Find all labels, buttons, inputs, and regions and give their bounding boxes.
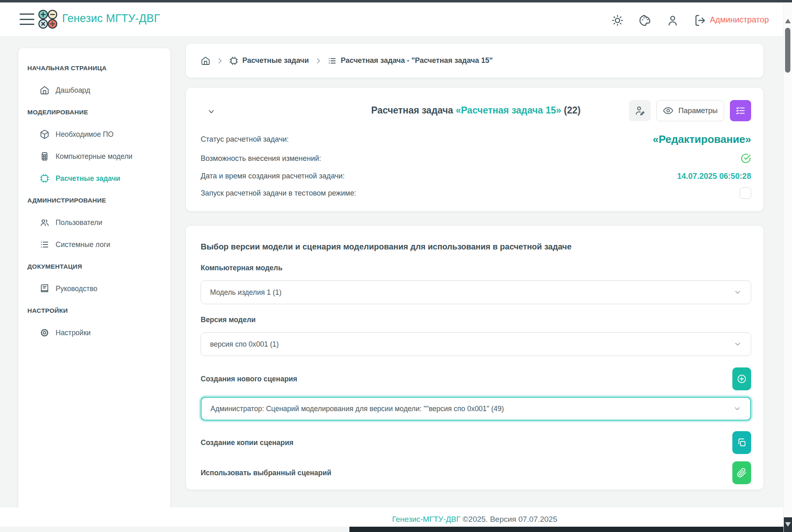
app-title: Генезис МГТУ-ДВГ (62, 12, 160, 25)
new-scenario-row: Создания нового сценария (201, 367, 751, 390)
paperclip-icon (737, 468, 747, 478)
user-edit-icon (635, 105, 645, 116)
sidebar: НАЧАЛЬНАЯ СТРАНИЦА Дашбоард МОДЕЛИРОВАНИ… (18, 48, 170, 516)
sidebar-item-system-logs[interactable]: Системные логи (18, 234, 170, 256)
footer-brand-link[interactable]: Генезис-МГТУ-ДВГ (392, 515, 460, 523)
test-mode-checkbox[interactable] (740, 187, 751, 199)
parameters-button-label: Параметры (678, 107, 718, 115)
test-mode-label: Запуск расчетной задачи в тестовом режим… (201, 189, 356, 198)
scroll-down-arrow[interactable] (784, 517, 792, 532)
section-title: Выбор версии модели и сценария моделиров… (201, 242, 751, 252)
chevron-right-icon (216, 57, 224, 65)
created-date-row: Дата и время создания расчетной задачи: … (201, 168, 751, 184)
scenario-value: Администратор: Сценарий моделирования дл… (210, 405, 504, 413)
sidebar-item-label: Расчетные задачи (56, 174, 120, 183)
check-circle-icon (741, 153, 751, 164)
sidebar-item-manual[interactable]: Руководство (18, 278, 170, 300)
hamburger-menu-icon[interactable] (20, 13, 34, 25)
checklist-button[interactable] (730, 100, 751, 121)
book-icon (40, 284, 49, 294)
sidebar-item-label: Компьютерные модели (56, 152, 132, 161)
chevron-down-icon (734, 340, 742, 348)
status-row: Статус расчетной задачи: «Редактирование… (201, 129, 751, 149)
test-mode-row: Запуск расчетной задачи в тестовом режим… (201, 184, 751, 202)
sidebar-item-label: Руководство (56, 285, 97, 293)
palette-icon[interactable] (638, 14, 651, 27)
footer-version-text: ©2025. Версия 07.07.2025 (463, 515, 557, 523)
task-title-name: «Расчетная задача 15» (456, 105, 561, 116)
logout-icon[interactable] (694, 14, 707, 27)
model-version-label: Версия модели (201, 316, 751, 324)
circle-plus-icon (736, 374, 747, 384)
theme-sun-icon[interactable] (611, 14, 624, 27)
scrollbar-thumb[interactable] (785, 28, 790, 73)
breadcrumb-label: Расчетная задача - "Расчетная задача 15" (341, 56, 493, 65)
model-version-select[interactable]: версия спо 0x001 (1) (201, 332, 751, 356)
sign-task-button[interactable] (629, 100, 651, 121)
add-scenario-button[interactable] (732, 367, 751, 390)
sidebar-item-users[interactable]: Пользователи (18, 211, 170, 234)
parameters-button[interactable]: Параметры (656, 100, 724, 121)
sidebar-item-label: Дашбоард (56, 86, 90, 95)
sidebar-item-required-software[interactable]: Необходимое ПО (18, 123, 170, 145)
users-icon (40, 218, 49, 227)
sidebar-section-home: НАЧАЛЬНАЯ СТРАНИЦА (18, 57, 170, 79)
cpu-icon (229, 56, 238, 65)
breadcrumb-label: Расчетные задачи (242, 56, 309, 65)
sidebar-section-administration: АДМИНИСТРИРОВАНИЕ (18, 189, 170, 211)
calculator-icon (40, 151, 49, 161)
chevron-down-icon (733, 405, 741, 413)
breadcrumb-home[interactable] (201, 56, 210, 66)
status-badge: «Редактирование» (653, 133, 751, 146)
sidebar-section-settings: НАСТРОЙКИ (18, 300, 170, 322)
scenario-selection-card: Выбор версии модели и сценария моделиров… (186, 226, 763, 490)
box-icon (40, 129, 49, 139)
sidebar-item-label: Настройки (56, 329, 91, 337)
home-icon (40, 85, 49, 95)
vertical-scrollbar[interactable] (783, 2, 792, 532)
sidebar-section-documentation: ДОКУМЕНТАЦИЯ (18, 256, 170, 278)
app-header: Генезис МГТУ-ДВГ Администрат (0, 2, 792, 36)
list-icon (328, 56, 337, 65)
sidebar-item-label: Системные логи (56, 240, 110, 249)
task-title-prefix: Расчетная задача (371, 105, 453, 116)
user-profile-icon[interactable] (666, 14, 679, 27)
sidebar-item-computer-models[interactable]: Компьютерные модели (18, 145, 170, 167)
footer-text: Генезис-МГТУ-ДВГ ©2025. Версия 07.07.202… (186, 515, 763, 524)
user-role-label[interactable]: Администратор (710, 15, 769, 24)
copy-scenario-row: Создание копии сценария (201, 431, 751, 454)
sidebar-item-dashboard[interactable]: Дашбоард (18, 79, 170, 101)
sidebar-item-label: Пользователи (56, 218, 102, 227)
task-title-id: (22) (564, 105, 581, 116)
sidebar-item-label: Необходимое ПО (56, 130, 114, 139)
copy-scenario-button[interactable] (732, 431, 751, 454)
computer-model-select[interactable]: Модель изделия 1 (1) (201, 280, 751, 304)
scroll-up-arrow[interactable] (785, 19, 791, 23)
status-label: Статус расчетной задачи: (201, 135, 289, 144)
new-scenario-label: Создания нового сценария (201, 375, 297, 383)
editable-row: Возможность внесения изменений: (201, 149, 751, 168)
home-icon (201, 56, 210, 66)
sidebar-item-settings[interactable]: Настройки (18, 322, 170, 344)
list-icon (40, 240, 49, 249)
chevron-down-icon (734, 288, 742, 296)
eye-icon (663, 105, 673, 116)
use-scenario-button[interactable] (732, 461, 751, 484)
sidebar-item-computation-tasks[interactable]: Расчетные задачи (18, 167, 170, 189)
computer-model-value: Модель изделия 1 (1) (210, 288, 282, 297)
scenario-select[interactable]: Администратор: Сценарий моделирования дл… (201, 397, 751, 421)
created-date-label: Дата и время создания расчетной задачи: (201, 172, 345, 180)
use-scenario-row: Использовать выбранный сценарий (201, 461, 751, 484)
cpu-icon (40, 174, 49, 183)
breadcrumb: Расчетные задачи Расчетная задача - "Рас… (186, 44, 763, 78)
breadcrumb-current-task[interactable]: Расчетная задача - "Расчетная задача 15" (328, 56, 493, 65)
task-info-card: Расчетная задача «Расчетная задача 15» (… (186, 88, 763, 211)
app-logo-math-icons (38, 9, 58, 29)
gear-icon (40, 328, 49, 338)
chevron-right-icon (315, 57, 322, 65)
sidebar-section-modeling: МОДЕЛИРОВАНИЕ (18, 101, 170, 123)
use-scenario-label: Использовать выбранный сценарий (201, 469, 331, 477)
breadcrumb-computation-tasks[interactable]: Расчетные задачи (229, 56, 309, 65)
created-date-value: 14.07.2025 06:50:28 (677, 171, 751, 181)
checklist-icon (735, 105, 746, 116)
